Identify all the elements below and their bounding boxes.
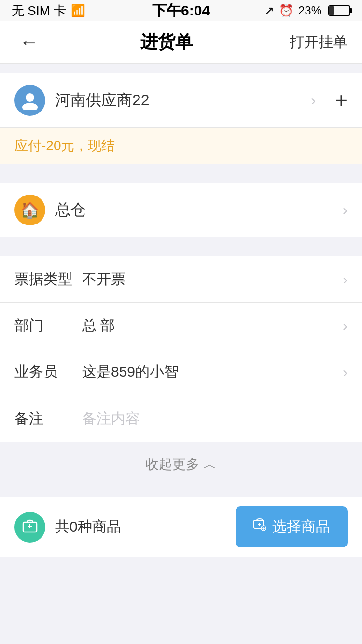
product-count: 共0种商品 [55,517,236,537]
battery-icon [328,5,350,16]
form-divider [0,237,362,247]
status-bar: 无 SIM 卡 📶 下午6:04 ↗ ⏰ 23% [0,0,362,21]
dept-row[interactable]: 部门 总 部 › [0,303,362,349]
wifi-icon: 📶 [71,4,85,17]
page-background [0,557,362,644]
salesman-label: 业务员 [14,362,82,382]
status-time: 下午6:04 [152,1,210,21]
remark-row[interactable]: 备注 备注内容 [0,395,362,442]
svg-point-1 [22,103,38,110]
carrier-text: 无 SIM 卡 [12,2,66,19]
select-product-icon [253,518,266,535]
page-title: 进货单 [140,30,193,54]
supplier-section: 河南供应商22 › + 应付-20元，现结 [0,73,362,164]
warehouse-divider [0,164,362,173]
top-divider [0,64,362,73]
notice-text: 应付-20元，现结 [14,138,115,153]
open-pending-button[interactable]: 打开挂单 [290,32,348,52]
salesman-chevron-icon: › [343,364,348,380]
dept-label: 部门 [14,316,82,336]
notice-banner: 应付-20元，现结 [0,128,362,164]
warehouse-section: 🏠 总仓 › [0,183,362,237]
invoice-value: 不开票 [82,269,343,289]
status-right: ↗ ⏰ 23% [265,4,350,17]
dept-value: 总 部 [82,316,343,336]
select-product-button[interactable]: 选择商品 [236,506,348,547]
salesman-value: 这是859的小智 [82,362,343,382]
product-bar: 共0种商品 选择商品 [0,497,362,557]
battery-percent: 23% [298,4,321,17]
supplier-row[interactable]: 河南供应商22 › + [0,73,362,128]
nav-bar: ← 进货单 打开挂单 [0,21,362,64]
invoice-row[interactable]: 票据类型 不开票 › [0,256,362,303]
supplier-avatar [14,85,45,116]
supplier-name: 河南供应商22 [55,90,311,111]
collapse-text: 收起更多 ︿ [145,455,217,474]
cart-icon [14,512,45,543]
form-section: 票据类型 不开票 › 部门 总 部 › 业务员 这是859的小智 › 备注 备注… [0,256,362,442]
select-product-label: 选择商品 [272,517,330,537]
back-button[interactable]: ← [14,27,43,58]
invoice-label: 票据类型 [14,269,82,289]
status-left: 无 SIM 卡 📶 [12,2,85,19]
invoice-chevron-icon: › [343,271,348,288]
warehouse-row[interactable]: 🏠 总仓 › [0,183,362,237]
salesman-row[interactable]: 业务员 这是859的小智 › [0,349,362,395]
add-supplier-button[interactable]: + [335,88,348,112]
dept-chevron-icon: › [343,318,348,334]
remark-input[interactable]: 备注内容 [82,409,348,429]
warehouse-icon: 🏠 [14,195,45,225]
collapse-button[interactable]: 收起更多 ︿ [0,442,362,487]
warehouse-chevron-icon: › [343,202,348,218]
supplier-chevron-icon: › [311,92,316,109]
product-divider [0,487,362,497]
warehouse-name: 总仓 [55,199,343,221]
alarm-icon: ⏰ [279,4,293,17]
location-icon: ↗ [265,4,274,17]
remark-label: 备注 [14,409,82,429]
svg-point-0 [26,93,34,102]
